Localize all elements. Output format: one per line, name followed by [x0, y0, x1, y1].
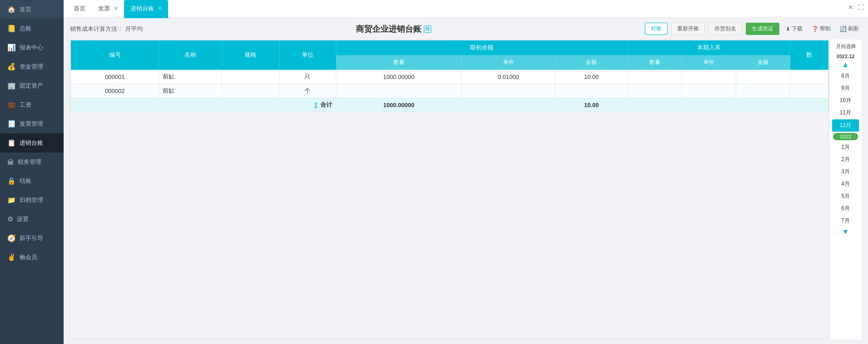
sidebar-item-ledger[interactable]: 📒 总账	[0, 19, 64, 38]
month-item-6[interactable]: 6月	[829, 202, 862, 215]
sidebar-item-label: 新手引导	[20, 234, 43, 242]
tab-home[interactable]: 首页	[67, 0, 92, 18]
scroll-down-button[interactable]: ▼	[829, 227, 862, 237]
scroll-up-button[interactable]: ▲	[829, 60, 862, 70]
cell-in-amount	[736, 84, 790, 98]
month-item-8[interactable]: 8月	[829, 70, 862, 82]
month-item-5[interactable]: 5月	[829, 190, 862, 202]
cost-method: 销售成本计算方法： 月平均	[70, 25, 143, 33]
sidebar-item-label: 首页	[20, 5, 31, 14]
top-bar: 销售成本计算方法： 月平均 商贸企业进销台账 目 对账 重新开账 存货别名 生成…	[70, 23, 862, 35]
sidebar-item-label: 固定资产	[20, 82, 43, 90]
sidebar-item-guide[interactable]: 🧭 新手引导	[0, 229, 64, 248]
purchase-sale-table: 编号 名称 规格 单位 期初余额 本期入库 数 数量 单价 金额 数	[70, 40, 828, 112]
cell-spec	[222, 84, 279, 98]
total-opening-amount: 10.00	[555, 98, 628, 112]
table-row: 000001 前缸 只 1000.00000 0.01000 10.00	[71, 70, 828, 84]
sidebar-item-label: 畅会员	[20, 253, 37, 261]
sidebar-item-reports[interactable]: 📊 报表中心	[0, 38, 64, 57]
sidebar-item-assets[interactable]: 🏢 固定资产	[0, 76, 64, 95]
month-item-3[interactable]: 3月	[829, 166, 862, 178]
month-item-1[interactable]: 1月	[829, 141, 862, 153]
month-panel-year: 2022.12	[829, 53, 862, 60]
tab-purchase-sale[interactable]: 进销台账 ✕	[124, 0, 168, 18]
funds-icon: 💰	[7, 63, 16, 71]
sidebar-item-closing[interactable]: 🔒 结账	[0, 172, 64, 191]
sidebar-item-home[interactable]: 🏠 首页	[0, 0, 64, 19]
cost-method-label: 销售成本计算方法：	[70, 25, 123, 32]
th-opening-balance: 期初余额	[336, 40, 628, 55]
tab-bar: 首页 发票 ✕ 进销台账 ✕ ✕ ⛶	[64, 0, 868, 18]
th-in-qty: 数量	[628, 55, 682, 70]
cell-opening-price: 0.01000	[462, 70, 555, 84]
sidebar-item-label: 发票管理	[20, 120, 43, 128]
tab-home-label: 首页	[74, 5, 85, 13]
download-button[interactable]: ⬇ 下载	[783, 23, 805, 34]
th-unit: 单位	[279, 40, 336, 70]
sidebar-item-label: 归档管理	[20, 196, 43, 204]
cell-in-price	[682, 84, 736, 98]
payroll-icon: 💼	[7, 101, 16, 109]
month-item-4[interactable]: 4月	[829, 178, 862, 190]
tab-invoice[interactable]: 发票 ✕	[92, 0, 124, 18]
action-buttons: 对账 重新开账 存货别名 生成凭证 ⬇ 下载 ❓ 帮助 🔄 刷新	[645, 23, 862, 35]
tab-invoice-label: 发票	[98, 5, 110, 13]
sidebar-item-vip[interactable]: ✌ 畅会员	[0, 248, 64, 267]
sidebar-item-settings[interactable]: ⚙ 设置	[0, 210, 64, 229]
sidebar-item-label: 设置	[17, 215, 29, 223]
th-opening-price: 单价	[462, 55, 555, 70]
sidebar-item-payroll[interactable]: 💼 工资	[0, 95, 64, 114]
cell-name: 前缸	[159, 84, 222, 98]
download-icon: ⬇	[786, 26, 790, 32]
sidebar-item-label: 结账	[20, 177, 31, 185]
month-panel-title: 月份选择	[829, 42, 862, 53]
minimize-button[interactable]: ✕	[847, 4, 854, 11]
th-name: 名称	[159, 40, 222, 70]
month-item-11[interactable]: 11月	[829, 107, 862, 119]
info-icon[interactable]: 目	[424, 25, 431, 33]
sum-icon: ∑	[314, 102, 318, 108]
month-item-7[interactable]: 7月	[829, 215, 862, 227]
data-table-wrapper: 编号 名称 规格 单位 期初余额 本期入库 数 数量 单价 金额 数	[70, 39, 829, 339]
save-alias-button[interactable]: 存货别名	[708, 23, 742, 35]
ledger-icon: 📒	[7, 25, 16, 33]
year-badge-2023: 2023	[833, 133, 858, 140]
cell-opening-qty	[336, 84, 462, 98]
cell-opening-price	[462, 84, 555, 98]
sidebar-item-tax[interactable]: 🏛 税务管理	[0, 152, 64, 172]
th-in-amount: 金额	[736, 55, 790, 70]
refresh-button[interactable]: 🔄 刷新	[837, 23, 862, 34]
close-purchase-sale-tab[interactable]: ✕	[158, 5, 162, 11]
close-invoice-tab[interactable]: ✕	[114, 5, 118, 11]
month-item-12[interactable]: 12月	[832, 119, 859, 132]
reopen-button[interactable]: 重新开账	[671, 23, 705, 35]
cell-code: 000002	[71, 84, 159, 98]
help-button[interactable]: ❓ 帮助	[809, 23, 833, 34]
table-row: 000002 前缸 个	[71, 84, 828, 98]
sidebar-item-purchase-sale[interactable]: 📋 进销台账	[0, 133, 64, 152]
generate-voucher-button[interactable]: 生成凭证	[746, 23, 779, 35]
cell-unit: 只	[279, 70, 336, 84]
cell-in-qty	[628, 84, 682, 98]
sidebar-item-label: 报表中心	[20, 44, 43, 52]
month-item-2[interactable]: 2月	[829, 153, 862, 166]
tab-purchase-sale-label: 进销台账	[130, 5, 154, 13]
month-item-10[interactable]: 10月	[829, 94, 862, 107]
total-in-qty	[628, 98, 682, 112]
cell-opening-amount	[555, 84, 628, 98]
sidebar-item-invoice[interactable]: 🧾 发票管理	[0, 114, 64, 133]
th-opening-qty: 数量	[336, 55, 462, 70]
home-icon: 🏠	[7, 5, 16, 14]
help-icon: ❓	[812, 26, 818, 32]
maximize-button[interactable]: ⛶	[857, 4, 864, 11]
total-opening-price	[462, 98, 555, 112]
cost-method-value: 月平均	[125, 25, 143, 32]
sidebar-item-funds[interactable]: 💰 资金管理	[0, 57, 64, 76]
reconcile-button[interactable]: 对账	[645, 23, 668, 35]
cell-opening-qty: 1000.00000	[336, 70, 462, 84]
sidebar-item-archive[interactable]: 📁 归档管理	[0, 191, 64, 210]
month-item-9[interactable]: 9月	[829, 82, 862, 94]
settings-icon: ⚙	[7, 215, 13, 223]
th-code: 编号	[71, 40, 159, 70]
cell-more	[790, 84, 828, 98]
